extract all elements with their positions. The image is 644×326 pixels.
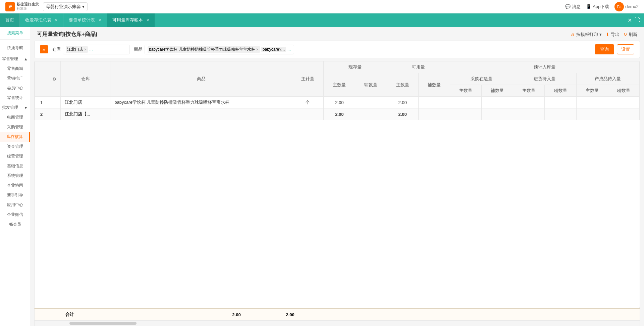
settings-button[interactable]: 设置 [617,44,634,54]
td-warehouse-1: 江北门店 [61,97,110,108]
td-rownum-1: 1 [35,97,48,108]
th-finished-pending: 产成品待入量 [576,73,639,85]
product-filter-input[interactable]: babycare学饮杯 儿童防摔防撞吸管杯重力球吸嘴杯宝宝水杯 ✕ babyca… [145,45,294,54]
logo-text-group: 畅捷通好生意 标准版 [17,2,39,11]
product-tag-1: babycare学饮杯 儿童防摔防撞吸管杯重力球吸嘴杯宝宝水杯 ✕ [148,46,260,53]
export-button[interactable]: ⬇ 导出 [606,32,620,38]
sidebar-item-finance[interactable]: 资金管理 [0,142,30,151]
tab-home[interactable]: 首页 [0,13,20,27]
table-footer: 合计 2.00 2.00 [34,308,640,321]
sidebar-item-newbie[interactable]: 新手引导 [0,190,30,200]
product-tag-2: babycare?... [261,47,286,52]
product-filter-group: 商品 babycare学饮杯 儿童防摔防撞吸管杯重力球吸嘴杯宝宝水杯 ✕ bab… [134,45,294,54]
warehouse-tag-close[interactable]: ✕ [84,48,87,51]
td-finished-main-1 [576,97,608,108]
tab-order-stats[interactable]: 要货单统计表 ✕ [63,13,107,27]
refresh-button[interactable]: ↻ 刷新 [624,32,637,38]
tab-income-expense[interactable]: 收发存汇总表 ✕ [20,13,63,27]
tab-available-stock[interactable]: 可用量库存账本 ✕ [107,13,155,27]
td-settings-1 [48,97,61,108]
td-finished-aux-2 [608,108,639,120]
warehouse-more-icon[interactable]: ... [89,47,93,52]
footer-available-main-qty: 2.00 [277,312,304,317]
print-icon: 🖨 [571,32,575,37]
sidebar-item-enterprise-wechat[interactable]: 企业微信 [0,210,30,220]
chevron-down-icon: ▾ [82,4,85,9]
td-inbound-aux-2 [545,108,576,120]
search-menu-button[interactable]: 搜索菜单 [3,30,27,36]
sidebar-item-enterprise[interactable]: 企业协同 [0,181,30,190]
sidebar-item-inventory[interactable]: 库存核算 [0,132,30,142]
print-chevron-icon: ▾ [599,32,602,37]
basic-label: 基础信息 [7,164,23,168]
retail-stats-label: 零售统计 [7,95,23,100]
sidebar-item-retail-stats[interactable]: 零售统计 [0,93,30,103]
td-settings-2 [48,108,61,120]
product-more-icon[interactable]: ... [287,47,291,52]
sidebar-item-system[interactable]: 系统管理 [0,171,30,181]
footer-label: 合计 [39,312,139,318]
sidebar-item-wholesale[interactable]: 批发管理 ▼ [0,103,30,112]
tab-available-stock-close[interactable]: ✕ [146,18,149,22]
app-download-label: App下载 [593,4,609,10]
print-label: 按模板打印 [576,32,598,38]
sidebar-item-retail[interactable]: 零售管理 ▲ [0,54,30,64]
footer-current-main-qty: 2.00 [223,312,250,317]
sidebar-item-app-center[interactable]: 应用中心 [0,200,30,210]
sidebar: 搜索菜单 快捷导航 零售管理 ▲ 零售商城 营销推广 会员中心 零售统计 [0,27,30,326]
sidebar-item-member[interactable]: 会员中心 [0,83,30,93]
tab-income-expense-close[interactable]: ✕ [55,18,58,22]
th-current-main-qty: 主数量 [324,73,355,97]
filter-actions: 查询 设置 [595,44,634,54]
wholesale-chevron-icon: ▼ [24,105,28,110]
app-download-button[interactable]: 📱 App下载 [586,4,609,10]
page-title: 可用量查询(按仓库+商品) [37,31,97,38]
print-button[interactable]: 🖨 按模板打印 ▾ [571,32,602,38]
avatar: Ea [614,2,624,11]
tab-order-stats-close[interactable]: ✕ [98,18,101,22]
th-available: 可用量 [387,61,450,73]
operations-label: 经营管理 [7,154,23,158]
sidebar-item-operations[interactable]: 经营管理 [0,151,30,161]
quick-nav-label: 快捷导航 [7,45,23,51]
logo-text: 畅捷通好生意 [17,2,39,6]
th-purchase-transit: 采购在途量 [450,73,513,85]
warehouse-filter-input[interactable]: 江北门店 ✕ ... [63,45,130,54]
user-profile[interactable]: Ea demo2 [614,2,639,11]
message-label: 消息 [572,4,581,10]
sidebar-item-ecommerce[interactable]: 电商管理 [0,112,30,122]
th-rownum [35,61,48,97]
message-icon: 💬 [565,4,571,9]
content-area: 可用量查询(按仓库+商品) 🖨 按模板打印 ▾ ⬇ 导出 ↻ 刷新 » [30,27,644,326]
maximize-action[interactable]: ⛶ [635,17,640,23]
top-bar-right: 💬 消息 📱 App下载 Ea demo2 [565,2,639,11]
retail-shop-label: 零售商城 [7,66,23,71]
top-bar: 好 畅捷通好生意 标准版 母婴行业演示账套 ▾ 💬 消息 📱 App下载 Ea … [0,0,644,13]
sidebar-item-purchase[interactable]: 采购管理 [0,122,30,132]
sidebar-item-quick-nav[interactable]: 快捷导航 [0,42,30,54]
message-button[interactable]: 💬 消息 [565,4,581,10]
th-purchase-transit-aux: 辅数量 [482,85,513,97]
scrollbar-thumb[interactable] [69,322,137,325]
app-center-label: 应用中心 [7,202,23,207]
sidebar-item-basic[interactable]: 基础信息 [0,161,30,171]
logo-sub: 标准版 [17,6,39,11]
product-tag-1-value: babycare学饮杯 儿童防摔防撞吸管杯重力球吸嘴杯宝宝水杯 [149,47,255,52]
td-finished-main-2 [576,108,608,120]
retail-label: 零售管理 [2,56,18,62]
filter-expand-button[interactable]: » [40,45,48,53]
td-purchase-transit-main-1 [450,97,481,108]
close-tab-action[interactable]: ✕ [628,17,632,24]
query-button[interactable]: 查询 [595,44,614,54]
scrollbar-area[interactable] [34,321,640,326]
sidebar-item-retail-shop[interactable]: 零售商城 [0,64,30,74]
td-current-aux-2 [355,108,387,120]
industry-selector[interactable]: 母婴行业演示账套 ▾ [43,2,88,11]
purchase-label: 采购管理 [7,125,23,129]
th-settings[interactable]: ⚙ [48,61,61,97]
sidebar-item-marketing[interactable]: 营销推广 [0,74,30,83]
user-initial: Ea [617,5,622,9]
sidebar-item-member2[interactable]: 畅会员 [0,220,30,229]
product-tag-1-close[interactable]: ✕ [256,48,259,51]
td-inbound-main-2 [513,108,545,120]
